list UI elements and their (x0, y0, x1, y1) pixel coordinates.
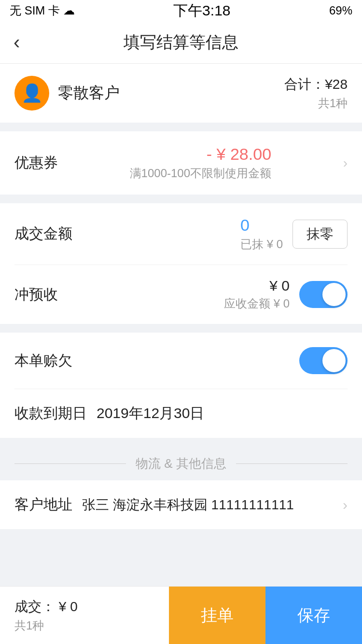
address-label: 客户地址 (14, 495, 72, 515)
prepay-main-amount: ¥ 0 (224, 278, 290, 294)
bottom-info: 成交： ¥ 0 共1种 (0, 587, 169, 644)
debt-row: 本单赊欠 (14, 333, 348, 389)
prepay-label: 冲预收 (14, 285, 58, 305)
prepay-toggle[interactable] (299, 281, 348, 308)
content-area: 👤 零散客户 合计：¥28 共1种 优惠券 - ¥ 28.00 满1000-10… (0, 64, 362, 596)
status-left: 无 SIM 卡 ☁ (10, 3, 75, 18)
status-bar: 无 SIM 卡 ☁ 下午3:18 69% (0, 0, 362, 21)
hold-order-button[interactable]: 挂单 (169, 587, 265, 644)
deal-amount-label: 成交金额 (14, 224, 72, 244)
deal-amount-row: 成交金额 0 已抹 ¥ 0 抹零 (14, 203, 348, 265)
bottom-item-count: 共1种 (14, 618, 154, 633)
battery-level: 69% (329, 4, 352, 17)
deal-section: 成交金额 0 已抹 ¥ 0 抹零 冲预收 ¥ 0 应收金额 ¥ 0 (0, 203, 362, 324)
debt-toggle[interactable] (299, 347, 348, 374)
due-date-label: 收款到期日 (14, 404, 87, 423)
address-section[interactable]: 客户地址 张三 海淀永丰科技园 11111111111 › (0, 480, 362, 529)
debt-label: 本单赊欠 (14, 351, 72, 371)
coupon-chevron-icon: › (343, 155, 348, 171)
deal-amount-value: 0 (240, 216, 283, 235)
address-chevron-icon: › (343, 497, 348, 513)
customer-name: 零散客户 (58, 83, 120, 104)
address-value: 张三 海淀永丰科技园 11111111111 (82, 496, 294, 514)
address-row[interactable]: 客户地址 张三 海淀永丰科技园 11111111111 › (14, 480, 348, 529)
status-time: 下午3:18 (173, 1, 230, 21)
back-button[interactable]: ‹ (14, 31, 20, 53)
customer-total-section: 合计：¥28 共1种 (284, 75, 348, 111)
prepay-right: ¥ 0 应收金额 ¥ 0 (224, 278, 348, 311)
round-zero-button[interactable]: 抹零 (292, 220, 348, 249)
coupon-section[interactable]: 优惠券 - ¥ 28.00 满1000-100不限制使用金额 › (0, 131, 362, 195)
debt-toggle-knob (322, 349, 346, 372)
coupon-row[interactable]: 优惠券 - ¥ 28.00 满1000-100不限制使用金额 › (14, 131, 348, 195)
deal-amount-sub: 已抹 ¥ 0 (240, 237, 283, 252)
avatar: 👤 (14, 76, 49, 111)
coupon-desc: 满1000-100不限制使用金额 (130, 166, 271, 181)
page-title: 填写结算等信息 (124, 31, 238, 54)
prepay-row: 冲预收 ¥ 0 应收金额 ¥ 0 (14, 265, 348, 324)
sim-signal: 无 SIM 卡 ☁ (10, 3, 75, 18)
avatar-icon: 👤 (21, 83, 43, 103)
prepay-amounts: ¥ 0 应收金额 ¥ 0 (224, 278, 290, 311)
logistics-section-label: 物流 & 其他信息 (126, 455, 236, 472)
customer-section: 👤 零散客户 合计：¥28 共1种 (0, 64, 362, 123)
deal-amount-right: 0 已抹 ¥ 0 抹零 (240, 216, 348, 252)
logistics-divider: 物流 & 其他信息 (0, 447, 362, 480)
coupon-amount: - ¥ 28.00 (207, 145, 271, 164)
customer-info: 👤 零散客户 (14, 76, 120, 111)
due-date-value: 2019年12月30日 (97, 404, 204, 423)
bottom-bar: 成交： ¥ 0 共1种 挂单 保存 (0, 586, 362, 644)
nav-bar: ‹ 填写结算等信息 (0, 21, 362, 64)
customer-total: 合计：¥28 (284, 75, 348, 94)
status-right: 69% (329, 4, 352, 17)
customer-count: 共1种 (284, 96, 348, 111)
prepay-sub-amount: 应收金额 ¥ 0 (224, 296, 290, 311)
due-date-row[interactable]: 收款到期日 2019年12月30日 (14, 389, 348, 438)
bottom-deal-amount: 成交： ¥ 0 (14, 598, 154, 616)
coupon-label: 优惠券 (14, 153, 58, 173)
address-left: 客户地址 张三 海淀永丰科技园 11111111111 (14, 495, 294, 515)
toggle-knob (322, 283, 346, 306)
debt-section: 本单赊欠 收款到期日 2019年12月30日 (0, 333, 362, 438)
save-button[interactable]: 保存 (265, 587, 362, 644)
